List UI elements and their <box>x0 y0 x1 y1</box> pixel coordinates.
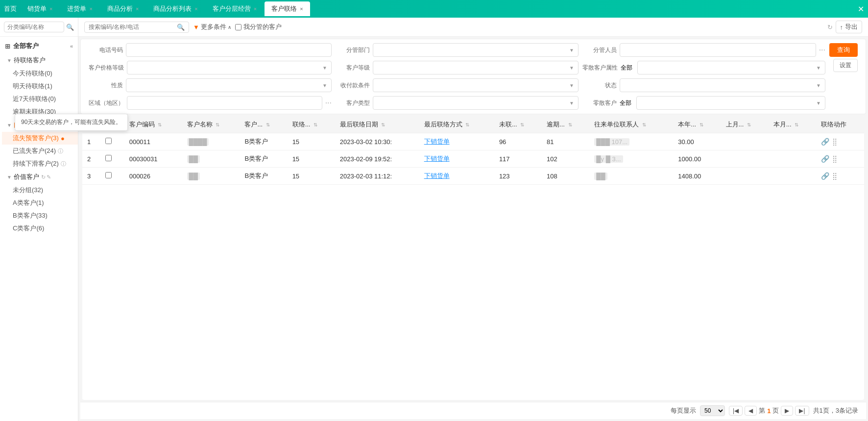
query-button[interactable]: 查询 <box>829 43 858 57</box>
action-link-icon-3[interactable]: 🔗 <box>821 172 829 180</box>
filter-payment-select[interactable]: ▼ <box>373 78 579 92</box>
chevron-icon: ∧ <box>228 25 231 30</box>
cell-contact-3: 15 <box>288 168 335 185</box>
col-last-method[interactable]: 最后联络方式 ⇅ <box>419 116 494 133</box>
sidebar-item-lost-warning[interactable]: 流失预警客户(3) ● <box>2 132 78 145</box>
cell-code-2: 00030031 <box>124 150 182 168</box>
toolbar-right: ↻ ↑ 导出 <box>827 21 863 33</box>
row-checkbox-1[interactable] <box>105 138 112 144</box>
col-overdue[interactable]: 逾期... ⇅ <box>542 116 589 133</box>
method-link-3[interactable]: 下销货单 <box>424 172 450 179</box>
col-code[interactable]: 客户编码 ⇅ <box>124 116 182 133</box>
cell-type-1: B类客户 <box>240 133 287 150</box>
cell-this-month-3 <box>769 168 816 185</box>
sidebar-item-class-c[interactable]: C类客户(6) <box>2 222 78 235</box>
tab-analysis-list[interactable]: 商品分析列表 × <box>146 1 204 16</box>
filter-manager: 分管人员 ··· <box>582 43 825 57</box>
my-customer-check[interactable] <box>235 24 241 30</box>
action-link-icon-2[interactable]: 🔗 <box>821 155 829 163</box>
sidebar-item-today[interactable]: 今天待联络(0) <box>2 67 78 80</box>
tab-purchase[interactable]: 进货单 × <box>60 1 99 16</box>
filter-retail-select[interactable]: ▼ <box>636 96 825 110</box>
cell-this-month-1 <box>769 133 816 150</box>
filter-retail-value: 全部 <box>620 99 631 107</box>
next-page-button[interactable]: ▶ <box>781 406 793 416</box>
cell-seq-2: 2 <box>82 150 100 168</box>
filter-price-level-select[interactable]: ▼ <box>127 61 332 74</box>
sidebar-item-holding[interactable]: 持续下滑客户(2) ⓘ <box>2 157 78 170</box>
my-customer-checkbox[interactable]: 我分管的客户 <box>235 23 282 31</box>
cell-unit-3: ██ <box>589 168 673 185</box>
filter-customer-level-select[interactable]: ▼ <box>373 61 579 74</box>
sidebar-item-tomorrow[interactable]: 明天待联络(1) <box>2 80 78 93</box>
row-checkbox-3[interactable] <box>105 172 112 178</box>
action-more-icon-1[interactable]: ⣿ <box>832 138 837 146</box>
refresh-icon-small[interactable]: ↻ <box>41 174 46 180</box>
col-name[interactable]: 客户名称 ⇅ <box>182 116 240 133</box>
row-checkbox-2[interactable] <box>105 155 112 161</box>
close-sales-tab[interactable]: × <box>49 6 52 12</box>
method-link-1[interactable]: 下销货单 <box>424 138 450 145</box>
sidebar-section-value-header[interactable]: ▼ 价值客户 ↻ ✎ <box>2 170 78 184</box>
tab-sales[interactable]: 销货单 × <box>21 1 59 16</box>
more-filter-button[interactable]: ▼ 更多条件 ∧ <box>193 23 231 31</box>
col-last-date[interactable]: 最后联络日期 ⇅ <box>335 116 419 133</box>
action-more-icon-3[interactable]: ⣿ <box>832 172 837 180</box>
filter-retail-attr-select[interactable]: ▼ <box>637 61 825 74</box>
filter-region: 区域（地区） ··· <box>89 96 332 110</box>
table-header-row: ⚙ 客户编码 ⇅ 客户名称 ⇅ <box>82 116 864 133</box>
filter-phone-input[interactable] <box>126 43 332 57</box>
export-button[interactable]: ↑ 导出 <box>836 21 863 33</box>
tab-customer-link[interactable]: 客户联络 × <box>265 1 310 16</box>
filter-manager-select[interactable] <box>620 43 816 57</box>
tab-home[interactable]: 首页 <box>4 4 17 13</box>
sidebar-item-week[interactable]: 近7天待联络(0) <box>2 93 78 105</box>
col-unit-contact[interactable]: 往来单位联系人 ⇅ <box>589 116 673 133</box>
sidebar-item-already-lost[interactable]: 已流失客户(24) ⓘ <box>2 145 78 157</box>
manager-dots-button[interactable]: ··· <box>819 46 825 54</box>
filter-dept-select[interactable]: ▼ <box>373 43 579 57</box>
collapse-icon[interactable]: « <box>70 43 73 49</box>
cell-check-1 <box>100 133 124 150</box>
prev-page-button[interactable]: ◀ <box>745 406 757 416</box>
sidebar-item-class-b[interactable]: B类客户(33) <box>2 209 78 222</box>
close-customer-link-tab[interactable]: × <box>300 6 303 12</box>
sidebar-section-pending-header[interactable]: ▼ 待联络客户 <box>2 53 78 67</box>
setting-button[interactable]: 设置 <box>833 59 858 72</box>
action-link-icon-1[interactable]: 🔗 <box>821 138 829 146</box>
tab-analysis[interactable]: 商品分析 × <box>100 1 145 16</box>
col-this-month[interactable]: 本月... ⇅ <box>769 116 816 133</box>
sidebar-item-class-a[interactable]: A类客户(1) <box>2 197 78 209</box>
filter-row-2: 客户价格等级 ▼ 客户等级 ▼ <box>89 61 825 74</box>
col-this-year[interactable]: 本年... ⇅ <box>673 116 721 133</box>
col-type[interactable]: 客户... ⇅ <box>240 116 287 133</box>
filter-nature-select[interactable]: ▼ <box>126 78 332 92</box>
sidebar-root-item[interactable]: ⊞ 全部客户 « <box>0 39 78 53</box>
action-more-icon-2[interactable]: ⣿ <box>832 155 837 163</box>
cell-date-2: 2023-02-09 19:52: <box>335 150 419 168</box>
col-contact[interactable]: 联络... ⇅ <box>288 116 335 133</box>
filter-region-select[interactable] <box>127 96 322 110</box>
main-search-input[interactable] <box>89 24 177 30</box>
last-page-button[interactable]: ▶| <box>795 406 809 416</box>
sidebar-search-icon[interactable]: 🔍 <box>66 24 74 31</box>
sidebar-item-ungrouped[interactable]: 未分组(32) <box>2 184 78 197</box>
filter-customer-type-select[interactable]: ▼ <box>373 96 579 110</box>
close-analysis-list-tab[interactable]: × <box>194 6 197 12</box>
close-all-button[interactable]: ✕ <box>858 4 864 14</box>
col-last-month[interactable]: 上月... ⇅ <box>721 116 769 133</box>
edit-icon-small[interactable]: ✎ <box>47 174 51 180</box>
search-icon[interactable]: 🔍 <box>177 24 185 31</box>
first-page-button[interactable]: |◀ <box>729 406 743 416</box>
col-not-contacted[interactable]: 未联... ⇅ <box>494 116 542 133</box>
refresh-icon[interactable]: ↻ <box>827 24 833 31</box>
tab-customer-tier[interactable]: 客户分层经营 × <box>206 1 264 16</box>
close-purchase-tab[interactable]: × <box>89 6 92 12</box>
per-page-select[interactable]: 50 100 200 <box>700 405 725 416</box>
close-customer-tier-tab[interactable]: × <box>254 6 257 12</box>
close-analysis-tab[interactable]: × <box>136 6 139 12</box>
region-dots-button[interactable]: ··· <box>325 99 332 107</box>
filter-status-select[interactable]: ▼ <box>620 78 825 92</box>
method-link-2[interactable]: 下销货单 <box>424 155 450 162</box>
sidebar-search-input[interactable] <box>4 22 64 32</box>
